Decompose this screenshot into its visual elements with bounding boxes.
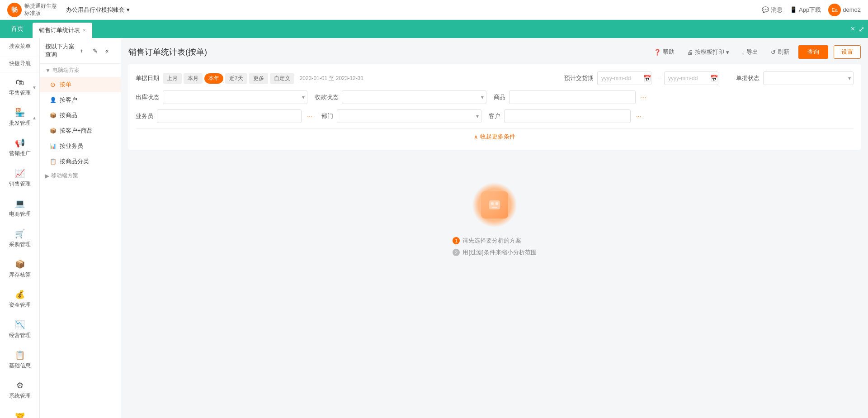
tab-close-icon[interactable]: × bbox=[83, 27, 86, 33]
tree-item-by-staff[interactable]: 📊 按业务员 bbox=[40, 138, 121, 154]
empty-robot-svg bbox=[486, 196, 504, 214]
customer-dots-button[interactable]: ··· bbox=[634, 113, 643, 120]
filter-row-1: 单据日期 上月 本月 本年 近7天 更多 自定义 2023-01-01 至 20… bbox=[136, 71, 854, 85]
wholesale-label: 批发管理 bbox=[9, 119, 31, 127]
print-arrow-icon: ▾ bbox=[726, 49, 729, 56]
mobile-section[interactable]: ▶ 移动端方案 bbox=[40, 169, 121, 182]
page-header-actions: ❓ 帮助 🖨 按模板打印 ▾ ↓ 导出 ↺ 刷新 查询 设置 bbox=[650, 45, 861, 59]
cal-end-icon[interactable]: 📅 bbox=[710, 75, 718, 82]
tree-item-by-product[interactable]: 📦 按商品 bbox=[40, 108, 121, 123]
date-btn-7days[interactable]: 近7天 bbox=[225, 73, 247, 84]
app-download-button[interactable]: 📱 App下载 bbox=[790, 6, 821, 14]
collapse-row[interactable]: ∧ 收起更多条件 bbox=[136, 128, 854, 142]
workspace-title[interactable]: 办公用品行业模拟账套 ▾ bbox=[66, 6, 130, 14]
operation-icon: 📉 bbox=[15, 320, 25, 330]
user-menu-button[interactable]: Ea demo2 bbox=[828, 4, 861, 16]
sidebar-item-system[interactable]: ⚙ 系统管理 bbox=[0, 375, 39, 405]
ecommerce-label: 电商管理 bbox=[9, 210, 31, 218]
sidebar-item-basic[interactable]: 📋 基础信息 bbox=[0, 345, 39, 375]
search-button[interactable]: 查询 bbox=[798, 45, 828, 59]
export-button[interactable]: ↓ 导出 bbox=[738, 46, 762, 58]
tab-bar-actions: × ⤢ bbox=[851, 25, 868, 33]
department-select[interactable] bbox=[337, 109, 481, 123]
sidebar-item-enterprise[interactable]: 🤝 企业协同 bbox=[0, 405, 39, 418]
date-btn-more[interactable]: 更多 bbox=[249, 73, 268, 84]
salesman-input[interactable] bbox=[157, 109, 302, 123]
top-bar-left: 畅 畅捷通好生意 标准版 办公用品行业模拟账套 ▾ bbox=[7, 3, 130, 17]
product-dots-button[interactable]: ··· bbox=[639, 94, 648, 101]
sidebar-item-wholesale[interactable]: 🏪 批发管理 ▲ bbox=[0, 102, 39, 133]
by-staff-label: 按业务员 bbox=[60, 142, 115, 150]
tab-minimize-button[interactable]: × bbox=[851, 25, 855, 33]
empty-hint-1: 1 请先选择要分析的方案 bbox=[453, 237, 536, 245]
hint-text-2: 用[过滤]条件来缩小分析范围 bbox=[462, 248, 536, 256]
mobile-section-label: 移动端方案 bbox=[51, 172, 78, 180]
sidebar-item-retail[interactable]: 🛍 零售管理 ▼ bbox=[0, 72, 39, 102]
message-button[interactable]: 💬 消息 bbox=[762, 6, 783, 14]
by-category-label: 按商品分类 bbox=[60, 157, 115, 166]
reset-button[interactable]: 设置 bbox=[834, 45, 861, 59]
sidebar-item-finance[interactable]: 💰 资金管理 bbox=[0, 284, 39, 314]
date-btn-this-year[interactable]: 本年 bbox=[204, 73, 223, 84]
print-button[interactable]: 🖨 按模板打印 ▾ bbox=[684, 46, 733, 58]
filter-row-3: 业务员 ··· 部门 ▾ 客户 ··· bbox=[136, 109, 854, 123]
top-bar-right: 💬 消息 📱 App下载 Ea demo2 bbox=[762, 4, 861, 16]
system-label: 系统管理 bbox=[9, 392, 31, 400]
date-filter-item: 单据日期 上月 本月 本年 近7天 更多 自定义 2023-01-01 至 20… bbox=[136, 73, 363, 84]
receipt-status-select[interactable] bbox=[342, 90, 486, 104]
tree-item-by-customer[interactable]: 👤 按客户 bbox=[40, 92, 121, 108]
delivery-status-select[interactable] bbox=[163, 90, 307, 104]
sidebar-item-purchase[interactable]: 🛒 采购管理 bbox=[0, 223, 39, 254]
department-label: 部门 bbox=[321, 112, 333, 120]
sidebar: 搜索菜单 快捷导航 🛍 零售管理 ▼ 🏪 批发管理 ▲ 📢 营销推广 📈 销售管… bbox=[0, 38, 40, 418]
date-btn-last-month[interactable]: 上月 bbox=[163, 73, 182, 84]
by-product-icon: 📦 bbox=[49, 112, 57, 119]
purchase-icon: 🛒 bbox=[15, 229, 25, 239]
status-select[interactable] bbox=[763, 71, 854, 85]
quick-nav-item[interactable]: 快捷导航 bbox=[0, 55, 39, 72]
collapse-arrow-icon: ∧ bbox=[474, 133, 478, 140]
tree-item-by-order[interactable]: ⊙ 按单 bbox=[40, 77, 121, 92]
tab-sales-stat[interactable]: 销售订单统计表 × bbox=[33, 23, 92, 38]
product-input[interactable] bbox=[509, 90, 636, 104]
tab-maximize-button[interactable]: ⤢ bbox=[859, 25, 864, 33]
mobile-section-arrow-icon: ▶ bbox=[45, 173, 49, 179]
sidebar-item-marketing[interactable]: 📢 营销推广 bbox=[0, 133, 39, 163]
add-icon: + bbox=[80, 48, 90, 54]
salesman-filter-item: 业务员 ··· bbox=[136, 109, 314, 123]
add-scheme-button[interactable]: + bbox=[80, 46, 90, 56]
basic-label: 基础信息 bbox=[9, 362, 31, 370]
refresh-button[interactable]: ↺ 刷新 bbox=[767, 46, 793, 58]
product-filter-item: 商品 ··· bbox=[494, 90, 648, 104]
sidebar-item-ecommerce[interactable]: 💻 电商管理 bbox=[0, 193, 39, 223]
date-btn-custom[interactable]: 自定义 bbox=[270, 73, 294, 84]
edit-scheme-button[interactable]: ✎ bbox=[93, 46, 103, 56]
salesman-dots-button[interactable]: ··· bbox=[305, 113, 314, 120]
finance-icon: 💰 bbox=[15, 290, 25, 299]
cal-start-icon[interactable]: 📅 bbox=[643, 75, 651, 82]
tab-home[interactable]: 首页 bbox=[4, 20, 31, 38]
tree-item-by-cust-prod[interactable]: 📦 按客户+商品 bbox=[40, 123, 121, 138]
date-btn-this-month[interactable]: 本月 bbox=[184, 73, 203, 84]
sidebar-item-inventory[interactable]: 📦 库存核算 bbox=[0, 254, 39, 284]
message-icon: 💬 bbox=[762, 6, 769, 13]
logo-text: 畅捷通好生意 标准版 bbox=[24, 3, 57, 17]
logo-subtitle: 标准版 bbox=[24, 10, 57, 17]
content-area: 销售订单统计表(按单) ❓ 帮助 🖨 按模板打印 ▾ ↓ 导出 ↺ 刷新 bbox=[121, 38, 868, 418]
customer-input[interactable] bbox=[504, 109, 631, 123]
receipt-status-label: 收款状态 bbox=[315, 93, 338, 101]
sidebar-item-sales[interactable]: 📈 销售管理 bbox=[0, 163, 39, 193]
by-order-icon: ⊙ bbox=[49, 81, 57, 88]
expected-date-label: 预计交货期 bbox=[564, 74, 594, 82]
logo-icon: 畅 bbox=[7, 3, 22, 17]
sales-label: 销售管理 bbox=[9, 180, 31, 188]
collapse-panel-button[interactable]: « bbox=[105, 46, 115, 56]
help-button[interactable]: ❓ 帮助 bbox=[650, 46, 678, 58]
date-filter: 上月 本月 本年 近7天 更多 自定义 bbox=[163, 73, 294, 84]
logo-name: 畅捷通好生意 bbox=[24, 3, 57, 10]
tree-item-by-category[interactable]: 📋 按商品分类 bbox=[40, 154, 121, 169]
search-menu-item[interactable]: 搜索菜单 bbox=[0, 38, 39, 55]
sidebar-item-operation[interactable]: 📉 经营管理 bbox=[0, 314, 39, 345]
page-header: 销售订单统计表(按单) ❓ 帮助 🖨 按模板打印 ▾ ↓ 导出 ↺ 刷新 bbox=[128, 45, 861, 59]
desktop-section[interactable]: ▼ 电脑端方案 bbox=[40, 64, 121, 77]
